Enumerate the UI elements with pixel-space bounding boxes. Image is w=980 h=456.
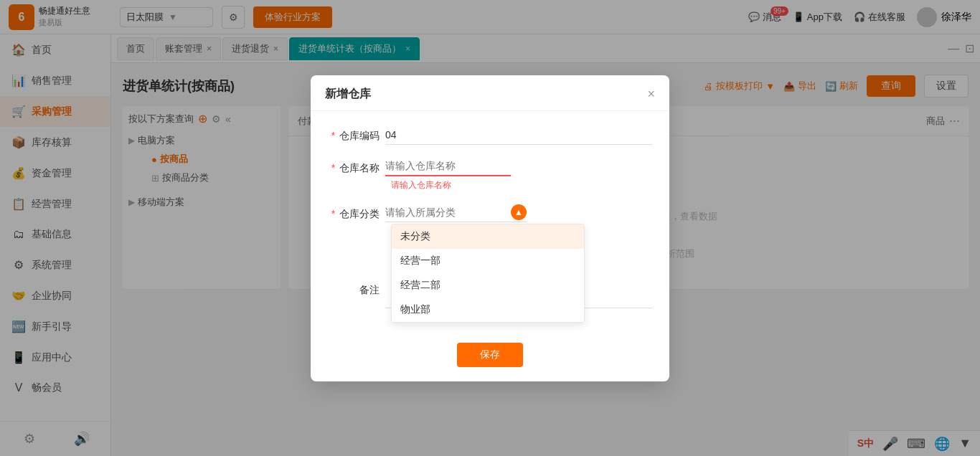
modal-title: 新增仓库 [325,87,371,102]
name-error-msg: 请输入仓库名称 [391,179,451,191]
dropdown-item-dept1[interactable]: 经营一部 [392,249,584,273]
code-label: * 仓库编码 [328,125,385,143]
warehouse-name-input[interactable] [385,156,511,176]
modal-body: * 仓库编码 * 仓库名称 请输入仓库名称 [311,111,669,334]
warehouse-code-input[interactable] [385,125,652,145]
category-toggle-icon[interactable]: ▲ [511,204,527,220]
dropdown-item-dept2[interactable]: 经营二部 [392,273,584,298]
form-row-name: * 仓库名称 请输入仓库名称 [328,156,652,191]
name-input-box [385,156,511,176]
dropdown-item-property[interactable]: 物业部 [392,298,584,322]
new-warehouse-modal: 新增仓库 × * 仓库编码 * 仓库名称 [311,75,669,381]
modal-close-button[interactable]: × [647,87,655,100]
form-row-category: * 仓库分类 ▲ 未分类 经营一部 经营二部 物业部 [328,203,652,222]
category-dropdown: 未分类 经营一部 经营二部 物业部 [391,224,585,323]
modal-overlay[interactable]: 新增仓库 × * 仓库编码 * 仓库名称 [0,0,980,456]
form-row-code: * 仓库编码 [328,125,652,145]
dropdown-item-uncategorized[interactable]: 未分类 [392,224,584,249]
category-label: * 仓库分类 [328,204,385,221]
modal-footer: 保存 [311,334,669,381]
name-label: * 仓库名称 [328,158,385,175]
warehouse-category-input[interactable] [385,203,511,222]
modal-header: 新增仓库 × [311,75,669,111]
category-input-wrapper: ▲ [385,203,527,222]
save-button[interactable]: 保存 [457,343,523,367]
notes-label: 备注 [328,280,385,297]
